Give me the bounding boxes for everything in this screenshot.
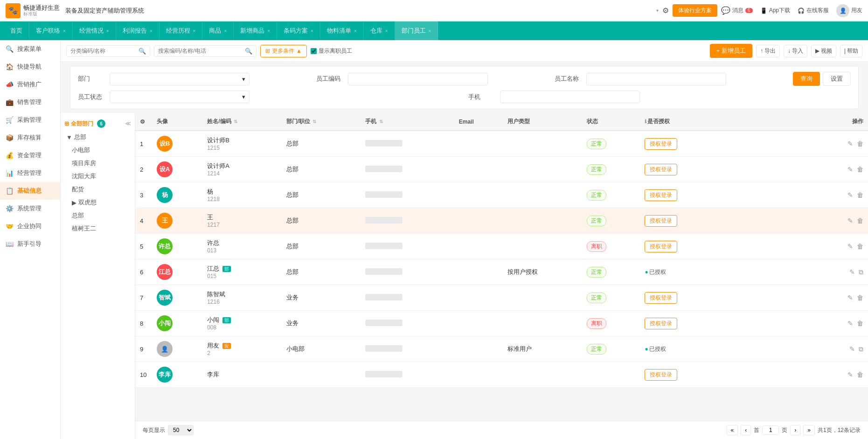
- first-page-btn[interactable]: «: [727, 425, 738, 435]
- tab-operation[interactable]: 经营情况×: [73, 21, 116, 40]
- auth-btn[interactable]: 授权登录: [645, 241, 677, 252]
- dept-search-input[interactable]: [70, 48, 137, 54]
- sidebar-item-guide[interactable]: 📖 新手引导: [0, 235, 60, 253]
- tab-barcode[interactable]: 条码方案×: [277, 21, 320, 40]
- dept-search-box[interactable]: 🔍: [66, 45, 150, 57]
- tab-new-goods[interactable]: 新增商品×: [234, 21, 277, 40]
- dept-item-headquarters[interactable]: ▼ 总部: [61, 131, 135, 144]
- per-page-select[interactable]: 50 100: [168, 425, 194, 435]
- edit-icon[interactable]: ✎: [847, 140, 853, 147]
- page-input[interactable]: [762, 425, 779, 435]
- support-btn[interactable]: 🎧 在线客服: [798, 7, 829, 14]
- system-dropdown-icon[interactable]: ▾: [656, 8, 659, 13]
- set-btn[interactable]: 设置: [823, 72, 851, 86]
- col-name[interactable]: 姓名/编码 ⇅: [202, 113, 282, 131]
- delete-icon[interactable]: 🗑: [857, 243, 863, 250]
- close-icon[interactable]: ×: [150, 28, 153, 34]
- sidebar-item-basic[interactable]: 📋 基础信息: [0, 182, 60, 200]
- sidebar-item-purchase[interactable]: 🛒 采购管理: [0, 111, 60, 129]
- copy-icon[interactable]: ⧉: [859, 268, 863, 276]
- show-resigned-label[interactable]: 显示离职员工: [311, 47, 352, 55]
- delete-icon[interactable]: 🗑: [857, 294, 863, 301]
- message-btn[interactable]: 💬 消息 6: [721, 6, 753, 15]
- edit-icon[interactable]: ✎: [847, 191, 853, 199]
- close-icon[interactable]: ×: [224, 28, 227, 34]
- tab-profit[interactable]: 利润报告×: [116, 21, 160, 40]
- close-icon[interactable]: ×: [354, 28, 357, 34]
- edit-icon[interactable]: ✎: [847, 371, 853, 378]
- sidebar-item-marketing[interactable]: 📣 营销推广: [0, 76, 60, 93]
- prev-page-btn[interactable]: ‹: [741, 425, 751, 435]
- video-btn[interactable]: ▶ 视频: [811, 45, 836, 57]
- close-icon[interactable]: ×: [193, 28, 196, 34]
- sidebar-item-search[interactable]: 🔍 搜索菜单: [0, 40, 60, 58]
- tab-customer[interactable]: 客户联络×: [29, 21, 73, 40]
- col-dept[interactable]: 部门/职位 ⇅: [282, 113, 361, 131]
- show-resigned-checkbox[interactable]: [311, 48, 317, 54]
- auth-btn[interactable]: 授权登录: [645, 215, 677, 227]
- sidebar-item-system[interactable]: ⚙️ 系统管理: [0, 200, 60, 217]
- dept-item-zhushuwang[interactable]: 植树王二: [61, 222, 135, 235]
- tab-history[interactable]: 经营历程×: [160, 21, 203, 40]
- sidebar-item-finance[interactable]: 💰 资金管理: [0, 146, 60, 164]
- dept-item-headquarters-sub[interactable]: 总部: [61, 209, 135, 222]
- auth-btn[interactable]: 授权登录: [645, 292, 677, 304]
- employee-search-input[interactable]: [158, 48, 243, 54]
- status-select[interactable]: ▾: [110, 91, 250, 103]
- help-btn[interactable]: | 帮助: [840, 45, 862, 57]
- user-btn[interactable]: 👤 用友: [836, 4, 862, 17]
- sidebar-item-nav[interactable]: 🏠 快捷导航: [0, 58, 60, 76]
- sidebar-item-ops[interactable]: 📊 经营管理: [0, 164, 60, 182]
- last-page-btn[interactable]: »: [803, 425, 815, 435]
- close-icon[interactable]: ×: [106, 28, 109, 34]
- dept-item-shenyang[interactable]: 沈阳大库: [61, 170, 135, 183]
- auth-btn[interactable]: 授权登录: [645, 164, 677, 175]
- col-phone[interactable]: 手机 ⇅: [361, 113, 454, 131]
- close-icon[interactable]: ×: [311, 28, 313, 34]
- dept-item-project-room[interactable]: 项目库房: [61, 157, 135, 170]
- dept-item-distribution[interactable]: 配货: [61, 183, 135, 196]
- delete-icon[interactable]: 🗑: [857, 191, 863, 199]
- edit-icon[interactable]: ✎: [847, 217, 853, 224]
- export-btn[interactable]: ↑ 导出: [756, 45, 780, 57]
- import-btn[interactable]: ↓ 导入: [784, 45, 807, 57]
- sidebar-item-collab[interactable]: 🤝 企业协同: [0, 217, 60, 235]
- employee-search-box[interactable]: 🔍: [154, 45, 257, 57]
- edit-icon[interactable]: ✎: [849, 345, 855, 353]
- edit-icon[interactable]: ✎: [847, 166, 853, 173]
- edit-icon[interactable]: ✎: [847, 243, 853, 250]
- dept-select[interactable]: ▾: [110, 73, 250, 85]
- edit-icon[interactable]: ✎: [847, 294, 853, 301]
- add-employee-btn[interactable]: + 新增员工: [710, 44, 752, 58]
- tab-bom[interactable]: 物料清单×: [320, 21, 364, 40]
- emp-code-input[interactable]: [348, 73, 488, 85]
- delete-icon[interactable]: 🗑: [857, 320, 863, 327]
- query-btn[interactable]: 查询: [793, 72, 820, 86]
- auth-btn[interactable]: 授权登录: [645, 369, 677, 381]
- close-icon[interactable]: ×: [385, 28, 388, 34]
- auth-btn[interactable]: 授权登录: [645, 138, 677, 150]
- next-page-btn[interactable]: ›: [790, 425, 800, 435]
- app-download-btn[interactable]: 📱 App下载: [760, 7, 790, 14]
- delete-icon[interactable]: 🗑: [857, 217, 863, 224]
- phone-input[interactable]: [500, 91, 640, 103]
- delete-icon[interactable]: 🗑: [857, 166, 863, 173]
- edit-icon[interactable]: ✎: [847, 320, 853, 327]
- edit-icon[interactable]: ✎: [849, 268, 855, 276]
- delete-icon[interactable]: 🗑: [857, 371, 863, 378]
- more-conditions-btn[interactable]: ⊞ 更多条件 ▲: [260, 45, 307, 57]
- auth-btn[interactable]: 授权登录: [645, 189, 677, 201]
- delete-icon[interactable]: 🗑: [857, 140, 863, 147]
- try-btn[interactable]: 体验行业方案: [673, 4, 717, 17]
- dept-item-shuanghu[interactable]: ▶ 双虎想: [61, 196, 135, 209]
- collapse-dept-btn[interactable]: ≪: [125, 120, 131, 127]
- copy-icon[interactable]: ⧉: [859, 345, 863, 353]
- tab-employee[interactable]: 部门员工×: [395, 21, 438, 40]
- tab-home[interactable]: 首页: [4, 21, 29, 40]
- settings-icon[interactable]: ⚙: [662, 6, 669, 15]
- dept-item-small-elec[interactable]: 小电部: [61, 144, 135, 157]
- close-icon[interactable]: ×: [429, 28, 431, 34]
- auth-btn[interactable]: 授权登录: [645, 318, 677, 329]
- tab-goods[interactable]: 商品×: [202, 21, 234, 40]
- emp-name-input[interactable]: [586, 73, 726, 85]
